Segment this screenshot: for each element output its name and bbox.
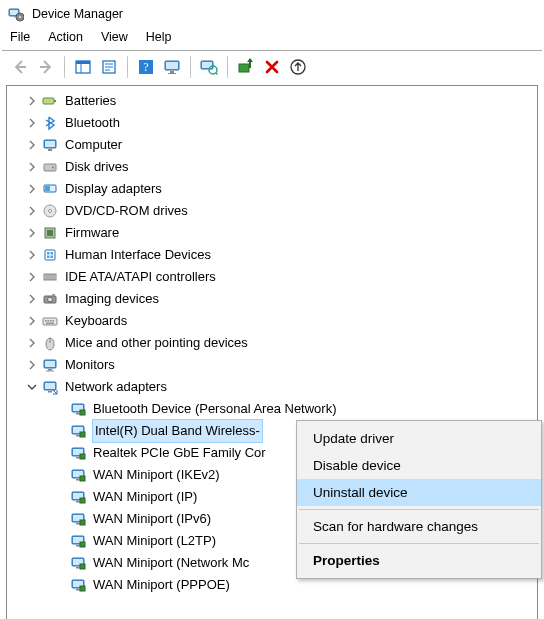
- tree-item-display-adapters[interactable]: Display adapters: [7, 178, 537, 200]
- tree-item-hid[interactable]: Human Interface Devices: [7, 244, 537, 266]
- tree-item-firmware[interactable]: Firmware: [7, 222, 537, 244]
- expand-icon[interactable]: [25, 292, 39, 306]
- dvd-icon: [41, 202, 59, 220]
- tree-label: WAN Miniport (L2TP): [93, 530, 216, 552]
- network-adapter-icon: [69, 510, 87, 528]
- collapse-icon[interactable]: [25, 380, 39, 394]
- tree-label: Imaging devices: [65, 288, 159, 310]
- ctx-disable-device[interactable]: Disable device: [297, 452, 541, 479]
- network-adapter-icon: [69, 422, 87, 440]
- tree-label: Firmware: [65, 222, 119, 244]
- computer-icon: [41, 136, 59, 154]
- update-driver-toolbar-button[interactable]: [286, 55, 310, 79]
- tree-label: Batteries: [65, 90, 116, 112]
- tree-item-bluetooth[interactable]: Bluetooth: [7, 112, 537, 134]
- network-adapter-icon: [69, 554, 87, 572]
- uninstall-toolbar-button[interactable]: [260, 55, 284, 79]
- expand-icon[interactable]: [25, 138, 39, 152]
- network-adapter-icon: [69, 488, 87, 506]
- tree-label: Disk drives: [65, 156, 129, 178]
- tree-label: WAN Miniport (IPv6): [93, 508, 211, 530]
- imaging-icon: [41, 290, 59, 308]
- scan-hardware-button[interactable]: [197, 55, 221, 79]
- menu-action[interactable]: Action: [48, 30, 83, 44]
- ctx-scan-hardware[interactable]: Scan for hardware changes: [297, 513, 541, 540]
- tree-label: Realtek PCIe GbE Family Cor: [93, 442, 266, 464]
- tree-label: Bluetooth Device (Personal Area Network): [93, 398, 337, 420]
- expand-icon[interactable]: [25, 314, 39, 328]
- tree-label: WAN Miniport (PPPOE): [93, 574, 230, 596]
- help-button[interactable]: [134, 55, 158, 79]
- properties-toolbar-button[interactable]: [97, 55, 121, 79]
- network-adapter-icon: [69, 400, 87, 418]
- forward-button[interactable]: [34, 55, 58, 79]
- expand-icon[interactable]: [25, 204, 39, 218]
- network-adapter-icon: [69, 466, 87, 484]
- mouse-icon: [41, 334, 59, 352]
- tree-label: Computer: [65, 134, 122, 156]
- tree-item-mice[interactable]: Mice and other pointing devices: [7, 332, 537, 354]
- network-adapter-icon: [69, 576, 87, 594]
- ctx-properties[interactable]: Properties: [297, 547, 541, 574]
- back-button[interactable]: [8, 55, 32, 79]
- expand-icon[interactable]: [25, 358, 39, 372]
- ctx-uninstall-device[interactable]: Uninstall device: [297, 479, 541, 506]
- tree-label: IDE ATA/ATAPI controllers: [65, 266, 216, 288]
- ctx-separator: [299, 509, 539, 510]
- expand-icon[interactable]: [25, 336, 39, 350]
- tree-label: Mice and other pointing devices: [65, 332, 248, 354]
- network-adapter-icon: [69, 444, 87, 462]
- expand-icon[interactable]: [25, 94, 39, 108]
- tree-item-keyboards[interactable]: Keyboards: [7, 310, 537, 332]
- tree-label: DVD/CD-ROM drives: [65, 200, 188, 222]
- tree-item-imaging[interactable]: Imaging devices: [7, 288, 537, 310]
- tree-item-bt-pan[interactable]: Bluetooth Device (Personal Area Network): [7, 398, 537, 420]
- menu-bar: File Action View Help: [0, 26, 544, 50]
- toolbar: [0, 51, 544, 83]
- tree-label: Display adapters: [65, 178, 162, 200]
- window-title: Device Manager: [32, 7, 123, 21]
- menu-view[interactable]: View: [101, 30, 128, 44]
- expand-icon[interactable]: [25, 116, 39, 130]
- tree-label: WAN Miniport (Network Mc: [93, 552, 249, 574]
- tree-label: Network adapters: [65, 376, 167, 398]
- expand-icon[interactable]: [25, 248, 39, 262]
- network-icon: [41, 378, 59, 396]
- tree-item-batteries[interactable]: Batteries: [7, 90, 537, 112]
- tree-label: Human Interface Devices: [65, 244, 211, 266]
- show-hide-tree-button[interactable]: [71, 55, 95, 79]
- expand-icon[interactable]: [25, 226, 39, 240]
- add-legacy-hardware-button[interactable]: [234, 55, 258, 79]
- action-toolbar-button[interactable]: [160, 55, 184, 79]
- tree-item-computer[interactable]: Computer: [7, 134, 537, 156]
- tree-label: Bluetooth: [65, 112, 120, 134]
- tree-label: WAN Miniport (IP): [93, 486, 197, 508]
- app-icon: [8, 6, 24, 22]
- expand-icon[interactable]: [25, 182, 39, 196]
- disk-icon: [41, 158, 59, 176]
- ctx-separator: [299, 543, 539, 544]
- hid-icon: [41, 246, 59, 264]
- tree-item-network-adapters[interactable]: Network adapters: [7, 376, 537, 398]
- tree-label: WAN Miniport (IKEv2): [93, 464, 220, 486]
- monitor-icon: [41, 356, 59, 374]
- tree-item-dvd[interactable]: DVD/CD-ROM drives: [7, 200, 537, 222]
- menu-file[interactable]: File: [10, 30, 30, 44]
- display-icon: [41, 180, 59, 198]
- tree-item-disk-drives[interactable]: Disk drives: [7, 156, 537, 178]
- menu-help[interactable]: Help: [146, 30, 172, 44]
- tree-label: Intel(R) Dual Band Wireless-: [93, 420, 262, 442]
- title-bar: Device Manager: [0, 0, 544, 26]
- battery-icon: [41, 92, 59, 110]
- tree-item-monitors[interactable]: Monitors: [7, 354, 537, 376]
- keyboard-icon: [41, 312, 59, 330]
- expand-icon[interactable]: [25, 270, 39, 284]
- context-menu: Update driver Disable device Uninstall d…: [296, 420, 542, 579]
- ctx-update-driver[interactable]: Update driver: [297, 425, 541, 452]
- tree-item-ide[interactable]: IDE ATA/ATAPI controllers: [7, 266, 537, 288]
- network-adapter-icon: [69, 532, 87, 550]
- expand-icon[interactable]: [25, 160, 39, 174]
- tree-label: Monitors: [65, 354, 115, 376]
- ide-icon: [41, 268, 59, 286]
- firmware-icon: [41, 224, 59, 242]
